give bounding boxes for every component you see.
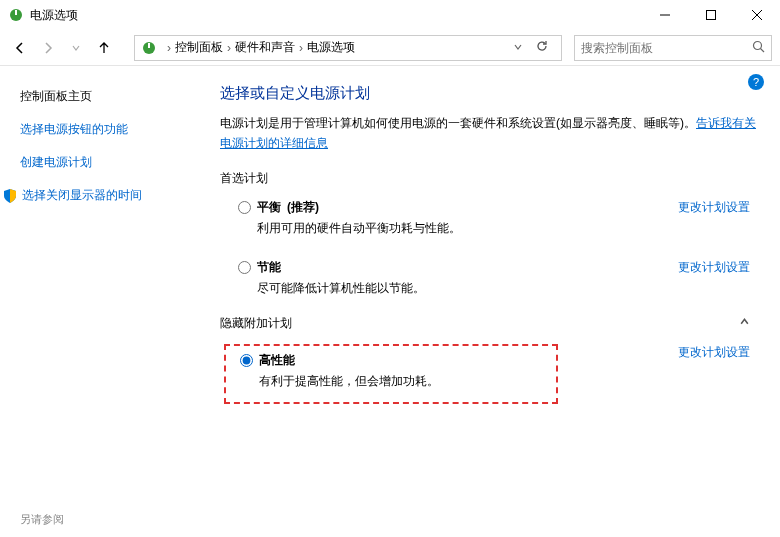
minimize-button[interactable] (642, 0, 688, 30)
plan-saver-desc: 尽可能降低计算机性能以节能。 (257, 280, 678, 297)
sidebar-link-create-plan[interactable]: 创建电源计划 (20, 154, 210, 171)
plan-balanced-desc: 利用可用的硬件自动平衡功耗与性能。 (257, 220, 678, 237)
chevron-right-icon[interactable]: › (227, 41, 231, 55)
preferred-plans-label: 首选计划 (220, 170, 268, 187)
address-dropdown[interactable] (507, 41, 529, 55)
chevron-right-icon[interactable]: › (167, 41, 171, 55)
plan-high-radio[interactable] (240, 354, 253, 367)
change-plan-high[interactable]: 更改计划设置 (678, 344, 760, 404)
preferred-plans-header: 首选计划 (220, 170, 760, 187)
page-description: 电源计划是用于管理计算机如何使用电源的一套硬件和系统设置(如显示器亮度、睡眠等)… (220, 113, 760, 154)
svg-rect-3 (707, 11, 716, 20)
plan-balanced-radio[interactable] (238, 201, 251, 214)
sidebar-home-link[interactable]: 控制面板主页 (20, 88, 210, 105)
sidebar: 控制面板主页 选择电源按钮的功能 创建电源计划 选择关闭显示器的时间 另请参阅 (0, 66, 210, 537)
recent-dropdown[interactable] (64, 36, 88, 60)
sidebar-link-display-off[interactable]: 选择关闭显示器的时间 (22, 187, 142, 204)
collapse-icon[interactable] (739, 316, 760, 330)
titlebar: 电源选项 (0, 0, 780, 30)
power-options-icon (141, 40, 157, 56)
description-text: 电源计划是用于管理计算机如何使用电源的一套硬件和系统设置(如显示器亮度、睡眠等)… (220, 116, 696, 130)
back-button[interactable] (8, 36, 32, 60)
search-icon[interactable] (752, 40, 765, 56)
breadcrumb-root[interactable]: 控制面板 (175, 39, 223, 56)
plan-saver-radio[interactable] (238, 261, 251, 274)
up-button[interactable] (92, 36, 116, 60)
svg-rect-7 (148, 43, 150, 48)
highlight-box: 高性能 有利于提高性能，但会增加功耗。 (224, 344, 558, 404)
refresh-button[interactable] (529, 39, 555, 56)
plan-balanced-name[interactable]: 平衡 (257, 199, 281, 216)
chevron-right-icon[interactable]: › (299, 41, 303, 55)
shield-icon (2, 188, 18, 204)
hidden-plans-header[interactable]: 隐藏附加计划 (220, 315, 760, 332)
plan-balanced-recommended: (推荐) (287, 199, 319, 216)
hidden-plans-label: 隐藏附加计划 (220, 315, 292, 332)
plan-saver: 节能 尽可能降低计算机性能以节能。 更改计划设置 (220, 255, 760, 301)
svg-point-8 (754, 41, 762, 49)
page-heading: 选择或自定义电源计划 (220, 84, 760, 103)
svg-line-9 (761, 48, 765, 52)
window-controls (642, 0, 780, 30)
plan-balanced: 平衡 (推荐) 利用可用的硬件自动平衡功耗与性能。 更改计划设置 (220, 195, 760, 241)
sidebar-link-button-function[interactable]: 选择电源按钮的功能 (20, 121, 210, 138)
breadcrumb-leaf[interactable]: 电源选项 (307, 39, 355, 56)
address-bar[interactable]: › 控制面板 › 硬件和声音 › 电源选项 (134, 35, 562, 61)
maximize-button[interactable] (688, 0, 734, 30)
plan-high-name[interactable]: 高性能 (259, 352, 295, 369)
main-content: ? 选择或自定义电源计划 电源计划是用于管理计算机如何使用电源的一套硬件和系统设… (210, 66, 780, 537)
plan-high-desc: 有利于提高性能，但会增加功耗。 (259, 373, 556, 390)
window-title: 电源选项 (30, 7, 642, 24)
forward-button[interactable] (36, 36, 60, 60)
change-plan-saver[interactable]: 更改计划设置 (678, 259, 760, 297)
search-box[interactable] (574, 35, 772, 61)
plan-saver-name[interactable]: 节能 (257, 259, 281, 276)
see-also-label: 另请参阅 (20, 512, 64, 527)
search-input[interactable] (581, 41, 752, 55)
change-plan-balanced[interactable]: 更改计划设置 (678, 199, 760, 237)
power-options-icon (8, 7, 24, 23)
toolbar: › 控制面板 › 硬件和声音 › 电源选项 (0, 30, 780, 66)
svg-rect-1 (15, 10, 17, 15)
help-icon[interactable]: ? (748, 74, 764, 90)
plan-high-row: 高性能 有利于提高性能，但会增加功耗。 更改计划设置 (220, 340, 760, 408)
content-body: 控制面板主页 选择电源按钮的功能 创建电源计划 选择关闭显示器的时间 另请参阅 … (0, 66, 780, 537)
close-button[interactable] (734, 0, 780, 30)
breadcrumb-mid[interactable]: 硬件和声音 (235, 39, 295, 56)
